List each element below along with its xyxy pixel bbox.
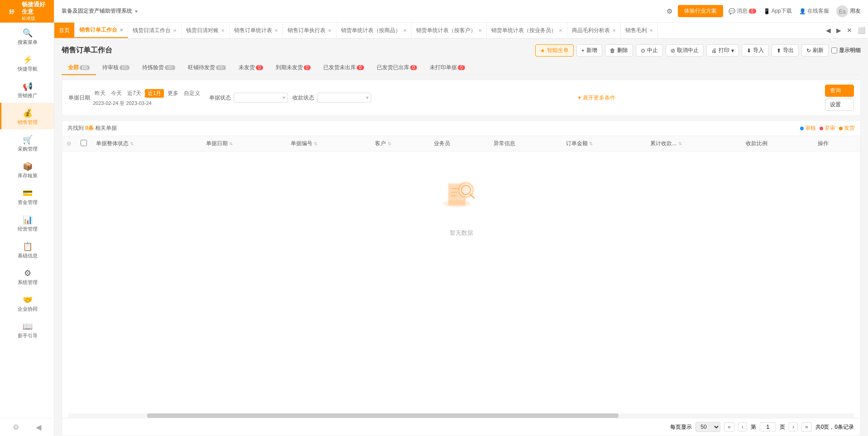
tab-home[interactable]: 首页 <box>54 23 75 38</box>
tab-close-all-btn[interactable]: ✕ <box>844 23 855 38</box>
msg-btn[interactable]: 💬 消息 6 <box>729 7 756 15</box>
page-input[interactable] <box>760 422 776 431</box>
tab-close-sales-salesman[interactable]: ✕ <box>559 28 562 33</box>
system-dropdown-icon[interactable]: ▾ <box>135 8 138 14</box>
tab-next-btn[interactable]: ▶ <box>834 23 844 38</box>
sidebar-item-sales[interactable]: 💰 销售管理 <box>0 103 54 129</box>
table-scroll[interactable]: ⚙ 单据整体状态 ⇅ 单据日期 ⇅ <box>62 136 860 413</box>
filter-expand-btn[interactable]: ▾ 展开更多条件 <box>578 94 615 102</box>
unaudit-btn[interactable]: 弃审 <box>820 124 835 132</box>
tab-maximize-btn[interactable]: ⬜ <box>855 23 868 38</box>
query-btn[interactable]: 查询 <box>825 85 854 97</box>
col-checkbox[interactable] <box>76 136 91 152</box>
subtab-overdue-unshipped[interactable]: 到期未发货0 <box>269 61 317 75</box>
import-btn[interactable]: ⬇ 导入 <box>742 44 769 57</box>
shortcut-custom[interactable]: 自定义 <box>182 89 202 98</box>
tab-close-sales-exec[interactable]: ✕ <box>328 28 331 33</box>
subtab-pending-pick[interactable]: 待拣验货(0) <box>136 61 181 75</box>
refresh-btn[interactable]: ↻ 刷新 <box>801 44 829 57</box>
ship-btn[interactable]: 发货 <box>839 124 855 132</box>
logo[interactable]: 好 畅捷通好生意 标准版 <box>0 0 54 23</box>
tab-close-gross-profit[interactable]: ✕ <box>612 28 616 33</box>
industry-btn[interactable]: 体验行业方案 <box>678 5 723 17</box>
subtab-shipped-out[interactable]: 已发货已出库0 <box>370 61 424 75</box>
sidebar-item-quicknav[interactable]: ⚡ 快捷导航 <box>0 49 54 76</box>
subtab-all[interactable]: 全部(0) <box>62 61 96 75</box>
col-amount-sort[interactable]: ⇅ <box>589 141 593 146</box>
select-all-checkbox[interactable] <box>81 140 87 146</box>
col-status-sort[interactable]: ⇅ <box>130 141 134 146</box>
shortcut-today[interactable]: 今天 <box>109 89 124 98</box>
shortcut-more[interactable]: 更多 <box>166 89 180 98</box>
stop-btn[interactable]: ⊙ 中止 <box>636 44 663 57</box>
sidebar-item-search[interactable]: 🔍 搜索菜单 <box>0 23 54 49</box>
sidebar-item-basic[interactable]: 📋 基础信息 <box>0 236 54 263</box>
delete-btn[interactable]: 🗑 删除 <box>605 44 633 57</box>
show-detail-checkbox[interactable] <box>831 47 837 53</box>
tab-close-cash-reconcile[interactable]: ✕ <box>221 28 225 33</box>
sidebar-item-finance[interactable]: 💳 资金管理 <box>0 183 54 209</box>
print-btn[interactable]: 🖨 打印 ▾ <box>706 44 739 57</box>
sidebar-item-guide[interactable]: 📖 新手引导 <box>0 316 54 343</box>
shortcut-7days[interactable]: 近7天 <box>125 89 143 98</box>
last-page-btn[interactable]: » <box>801 422 812 431</box>
filter-status-select[interactable]: 待审核 已审核 <box>234 93 288 103</box>
tab-cash-daily[interactable]: 钱货日清工作台 ✕ <box>128 23 182 38</box>
prev-page-btn[interactable]: ‹ <box>738 422 747 431</box>
col-customer-sort[interactable]: ⇅ <box>388 141 391 146</box>
sidebar-item-purchase[interactable]: 🛒 采购管理 <box>0 129 54 156</box>
tab-prev-btn[interactable]: ◀ <box>823 23 834 38</box>
topbar-settings-icon[interactable]: ⚙ <box>667 7 672 15</box>
subtab-unprinted[interactable]: 未打印单据0 <box>423 61 471 75</box>
sidebar-item-inventory[interactable]: 📦 库存核算 <box>0 156 54 183</box>
tab-close-cash-daily[interactable]: ✕ <box>173 28 177 33</box>
subtab-bar: 全部(0) 待审核(0) 待拣验货(0) 旺铺待发货(0) 未发货0 到期未发货… <box>62 61 861 75</box>
tab-sales-product[interactable]: 销货单统计表（按商品） ✕ <box>336 23 412 38</box>
col-settings[interactable]: ⚙ <box>62 136 76 152</box>
tab-sales-exec[interactable]: 销售订单执行表 ✕ <box>283 23 336 38</box>
tab-close-sales-customer[interactable]: ✕ <box>478 28 482 33</box>
audit-btn[interactable]: 审核 <box>800 124 816 132</box>
col-date-sort[interactable]: ⇅ <box>229 141 233 146</box>
sidebar-item-system[interactable]: ⚙ 系统管理 <box>0 263 54 289</box>
tab-close-sales-gross[interactable]: ✕ <box>649 28 653 33</box>
show-detail-checkbox-label[interactable]: 显示明细 <box>831 47 861 54</box>
first-page-btn[interactable]: « <box>724 422 734 431</box>
tab-sales-salesman[interactable]: 销货单统计表（按业务员） ✕ <box>487 23 567 38</box>
tab-sales-order-workbench[interactable]: 销售订单工作台 ✕ <box>75 23 128 38</box>
tab-close-sales-order[interactable]: ✕ <box>120 28 123 33</box>
tab-sales-stats[interactable]: 销售订单统计表 ✕ <box>230 23 283 38</box>
subtab-unshipped[interactable]: 未发货0 <box>232 61 269 75</box>
tab-gross-profit[interactable]: 商品毛利分析表 ✕ <box>567 23 621 38</box>
shortcut-yesterday[interactable]: 昨天 <box>93 89 107 98</box>
subtab-wangpu[interactable]: 旺铺待发货(0) <box>182 61 232 75</box>
sidebar-item-marketing[interactable]: 📢 营销推广 <box>0 76 54 103</box>
tab-sales-gross[interactable]: 销售毛利 ✕ <box>621 23 658 38</box>
col-collected-sort[interactable]: ⇅ <box>678 141 682 146</box>
add-btn[interactable]: + 新增 <box>576 44 602 57</box>
export-btn[interactable]: ⬆ 导出 <box>772 44 799 57</box>
tab-sales-customer[interactable]: 销货单统计表（按客户） ✕ <box>412 23 487 38</box>
user-btn[interactable]: Ea 用友 <box>836 5 861 17</box>
cancel-stop-btn[interactable]: ⊘ 取消中止 <box>666 44 704 57</box>
horizontal-scrollbar[interactable] <box>68 413 854 418</box>
filter-payment-select[interactable]: 已收款 未收款 <box>317 93 371 103</box>
subtab-pending-review[interactable]: 待审核(0) <box>96 61 136 75</box>
scrollbar-thumb[interactable] <box>147 413 619 418</box>
app-download-btn[interactable]: 📱 App下载 <box>763 7 792 15</box>
tab-close-sales-product[interactable]: ✕ <box>403 28 407 33</box>
smart-btn[interactable]: ★ 智能生单 <box>535 44 574 57</box>
online-service-btn[interactable]: 👤 在线客服 <box>799 7 829 15</box>
col-number-sort[interactable]: ⇅ <box>314 141 317 146</box>
per-page-select[interactable]: 20 50 100 200 <box>695 422 720 432</box>
settings-filter-btn[interactable]: 设置 <box>825 99 854 111</box>
tab-close-sales-stats[interactable]: ✕ <box>274 28 278 33</box>
next-page-btn[interactable]: › <box>789 422 798 431</box>
tab-cash-reconcile[interactable]: 钱货日清对账 ✕ <box>182 23 230 38</box>
settings-bottom-icon[interactable]: ⚙ <box>13 423 19 431</box>
subtab-shipped-not-out[interactable]: 已发货未出库0 <box>317 61 370 75</box>
sidebar-item-enterprise[interactable]: 🤝 企业协同 <box>0 289 54 316</box>
shortcut-1month[interactable]: 近1月 <box>145 89 164 98</box>
collapse-icon[interactable]: ◀ <box>36 423 41 431</box>
sidebar-item-operations[interactable]: 📊 经营管理 <box>0 209 54 236</box>
